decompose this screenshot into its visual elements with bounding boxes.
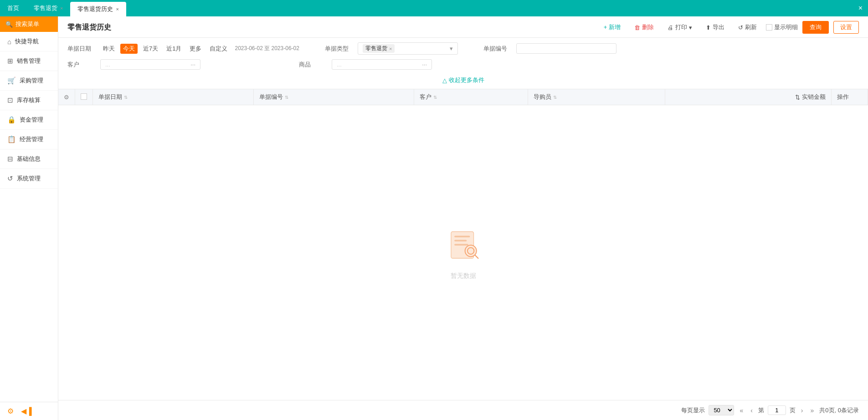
date-btn-more[interactable]: 更多 xyxy=(187,44,204,54)
new-button[interactable]: + 新增 xyxy=(599,21,625,34)
gear-column-icon[interactable]: ⚙ xyxy=(64,94,69,101)
type-filter-dropdown[interactable]: 零售退货 × ▾ xyxy=(358,42,458,55)
sidebar-item-purchase-label: 采购管理 xyxy=(20,77,43,85)
customer-dots-icon[interactable]: ··· xyxy=(190,61,195,68)
tab-retail-return-history-close[interactable]: × xyxy=(116,6,118,12)
page-number-input[interactable] xyxy=(768,405,786,415)
refresh-icon: ↺ xyxy=(738,24,743,31)
content-area: 零售退货历史 + 新增 🗑 删除 🖨 打印 ▾ ⬆ 导出 xyxy=(58,16,868,420)
date-btn-1month[interactable]: 近1月 xyxy=(164,44,184,54)
sidebar-bottom: ⚙ ◀▐ xyxy=(0,402,58,420)
sidebar-item-inventory-label: 库存核算 xyxy=(17,96,41,104)
date-btn-custom[interactable]: 自定义 xyxy=(207,44,230,54)
sidebar-item-basic-info[interactable]: ⊟ 基础信息 xyxy=(0,149,58,169)
print-icon: 🖨 xyxy=(668,24,673,31)
sidebar-search[interactable]: 🔍 搜索菜单 xyxy=(0,16,58,32)
bill-no-label: 单据编号 xyxy=(483,45,509,53)
pagination: 每页显示 20 50 100 « ‹ 第 页 › » 共0页, 0条记录 xyxy=(58,400,868,420)
next-page-icon: › xyxy=(801,407,803,414)
show-detail-checkbox[interactable] xyxy=(766,24,772,31)
customer-filter-input[interactable]: ... ··· xyxy=(100,59,200,70)
th-customer-sort-icon: ⇅ xyxy=(433,95,437,100)
page-prefix: 第 xyxy=(758,406,764,415)
sidebar: 🔍 搜索菜单 ⌂ 快捷导航 ⊞ 销售管理 🛒 采购管理 ⊡ 库存核算 🔒 资金管… xyxy=(0,16,58,420)
table-header: ⚙ 单据日期 ⇅ 单据编号 xyxy=(58,89,868,105)
show-detail-label: 显示明细 xyxy=(774,23,798,31)
settings-button-label: 设置 xyxy=(840,24,852,31)
th-date[interactable]: 单据日期 ⇅ xyxy=(93,89,254,105)
th-checkbox[interactable] xyxy=(75,89,93,105)
th-operation-label: 操作 xyxy=(837,93,849,100)
sidebar-item-operation[interactable]: 📋 经营管理 xyxy=(0,130,58,149)
type-tag-close[interactable]: × xyxy=(389,46,392,51)
th-amount-sort-icon: ⇅ xyxy=(795,94,800,101)
goods-filter-label: 商品 xyxy=(299,61,324,69)
tab-home-label: 首页 xyxy=(7,4,19,12)
query-button[interactable]: 查询 xyxy=(802,21,829,34)
tab-retail-return-history[interactable]: 零售退货历史 × xyxy=(70,2,126,16)
th-bill-no-label: 单据编号 xyxy=(259,93,283,101)
sidebar-item-finance[interactable]: 🔒 资金管理 xyxy=(0,110,58,130)
first-page-button[interactable]: « xyxy=(738,406,745,415)
last-page-icon: » xyxy=(811,407,814,414)
th-guide-sort-icon: ⇅ xyxy=(553,95,557,100)
goods-filter-input[interactable]: ... ··· xyxy=(332,59,432,70)
sidebar-item-quick-nav[interactable]: ⌂ 快捷导航 xyxy=(0,32,58,51)
settings-gear-icon[interactable]: ⚙ xyxy=(7,407,14,415)
inventory-icon: ⊡ xyxy=(7,96,13,104)
date-btn-today[interactable]: 今天 xyxy=(120,44,138,54)
page-title: 零售退货历史 xyxy=(67,23,599,32)
th-customer[interactable]: 客户 ⇅ xyxy=(414,89,528,105)
new-button-label: + 新增 xyxy=(604,23,621,31)
empty-state-icon xyxy=(443,225,484,266)
empty-text: 暂无数据 xyxy=(451,272,476,280)
prev-page-button[interactable]: ‹ xyxy=(749,406,755,415)
customer-filter-label: 客户 xyxy=(67,61,93,69)
th-amount-label: 实销金额 xyxy=(802,93,826,101)
export-button[interactable]: ⬆ 导出 xyxy=(701,21,729,34)
window-close-icon[interactable]: × xyxy=(858,4,863,12)
print-button[interactable]: 🖨 打印 ▾ xyxy=(663,21,697,34)
show-detail-toggle[interactable]: 显示明细 xyxy=(766,23,798,31)
page-header: 零售退货历史 + 新增 🗑 删除 🖨 打印 ▾ ⬆ 导出 xyxy=(58,16,868,38)
th-bill-no-sort-icon: ⇅ xyxy=(285,95,288,100)
th-guide[interactable]: 导购员 ⇅ xyxy=(528,89,665,105)
main-layout: 🔍 搜索菜单 ⌂ 快捷导航 ⊞ 销售管理 🛒 采购管理 ⊡ 库存核算 🔒 资金管… xyxy=(0,16,868,420)
sidebar-item-inventory[interactable]: ⊡ 库存核算 xyxy=(0,91,58,110)
search-icon: 🔍 xyxy=(5,21,13,28)
next-page-button[interactable]: › xyxy=(799,406,805,415)
th-amount[interactable]: ⇅ 实销金额 xyxy=(665,89,832,105)
date-filter-label: 单据日期 xyxy=(67,45,93,53)
delete-button-label: 删除 xyxy=(642,23,654,31)
page-suffix: 页 xyxy=(790,406,796,415)
tab-retail-return-history-label: 零售退货历史 xyxy=(77,5,113,13)
date-btn-yesterday[interactable]: 昨天 xyxy=(100,44,118,54)
th-gear[interactable]: ⚙ xyxy=(58,89,75,105)
refresh-button[interactable]: ↺ 刷新 xyxy=(734,21,761,34)
goods-dots-icon[interactable]: ··· xyxy=(422,61,427,68)
th-customer-label: 客户 xyxy=(420,93,431,101)
last-page-button[interactable]: » xyxy=(809,406,816,415)
delete-button[interactable]: 🗑 删除 xyxy=(630,21,658,34)
customer-placeholder: ... xyxy=(105,61,190,68)
sidebar-item-finance-label: 资金管理 xyxy=(20,116,43,124)
settings-button[interactable]: 设置 xyxy=(833,21,859,34)
sidebar-search-label: 搜索菜单 xyxy=(15,20,39,28)
th-bill-no[interactable]: 单据编号 ⇅ xyxy=(253,89,414,105)
sidebar-item-basic-info-label: 基础信息 xyxy=(17,155,41,163)
select-all-checkbox[interactable] xyxy=(81,93,87,100)
sound-icon[interactable]: ◀▐ xyxy=(21,407,31,415)
bill-no-input[interactable] xyxy=(516,43,616,54)
sidebar-item-system[interactable]: ↺ 系统管理 xyxy=(0,169,58,189)
page-summary: 共0页, 0条记录 xyxy=(819,406,859,415)
sidebar-item-sales[interactable]: ⊞ 销售管理 xyxy=(0,51,58,71)
tab-retail-return[interactable]: 零售退货 × xyxy=(26,0,70,16)
sidebar-item-purchase[interactable]: 🛒 采购管理 xyxy=(0,71,58,91)
sidebar-item-operation-label: 经营管理 xyxy=(20,135,43,143)
sidebar-item-sales-label: 销售管理 xyxy=(17,57,41,65)
tab-retail-return-close[interactable]: × xyxy=(60,5,63,11)
tab-home[interactable]: 首页 xyxy=(0,0,26,16)
collapse-button[interactable]: △ 收起更多条件 xyxy=(442,76,484,84)
date-btn-7days[interactable]: 近7天 xyxy=(140,44,161,54)
per-page-select[interactable]: 20 50 100 xyxy=(709,405,734,415)
